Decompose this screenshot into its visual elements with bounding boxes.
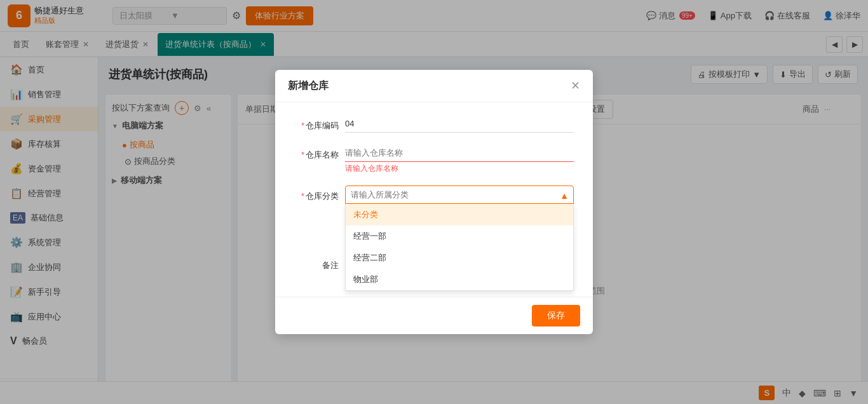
dropdown-item-dept2[interactable]: 经营二部 xyxy=(346,247,573,269)
category-input[interactable] xyxy=(345,185,574,204)
note-label: 备注 xyxy=(294,255,345,271)
form-row-name: 仓库名称 请输入仓库名称 xyxy=(294,144,574,174)
dropdown-item-dept1[interactable]: 经营一部 xyxy=(346,226,573,247)
name-label: 仓库名称 xyxy=(294,144,345,161)
form-row-code: 仓库编码 xyxy=(294,115,574,133)
modal-overlay: 新增仓库 ✕ 仓库编码 仓库名称 请输入仓库名称 仓库分类 xyxy=(0,0,868,404)
name-input[interactable] xyxy=(345,144,574,162)
name-error-msg: 请输入仓库名称 xyxy=(345,163,574,174)
code-control xyxy=(345,115,574,133)
category-label: 仓库分类 xyxy=(294,185,345,202)
modal-title: 新增仓库 xyxy=(288,79,329,93)
save-button[interactable]: 保存 xyxy=(532,305,580,327)
new-warehouse-modal: 新增仓库 ✕ 仓库编码 仓库名称 请输入仓库名称 仓库分类 xyxy=(275,70,593,334)
modal-footer: 保存 xyxy=(275,297,593,334)
dropdown-item-dept3[interactable]: 物业部 xyxy=(346,269,573,290)
dropdown-up-icon[interactable]: ▲ xyxy=(560,191,569,201)
modal-close-button[interactable]: ✕ xyxy=(571,79,580,93)
code-input[interactable] xyxy=(345,115,574,133)
form-row-category: 仓库分类 ▲ 未分类 经营一部 经营二部 物业部 xyxy=(294,185,574,204)
modal-body: 仓库编码 仓库名称 请输入仓库名称 仓库分类 ▲ xyxy=(275,102,593,297)
category-dropdown: 未分类 经营一部 经营二部 物业部 xyxy=(345,204,574,291)
modal-header: 新增仓库 ✕ xyxy=(275,70,593,102)
category-control: ▲ 未分类 经营一部 经营二部 物业部 xyxy=(345,185,574,204)
name-control: 请输入仓库名称 xyxy=(345,144,574,174)
code-label: 仓库编码 xyxy=(294,115,345,131)
dropdown-item-none[interactable]: 未分类 xyxy=(346,204,573,226)
